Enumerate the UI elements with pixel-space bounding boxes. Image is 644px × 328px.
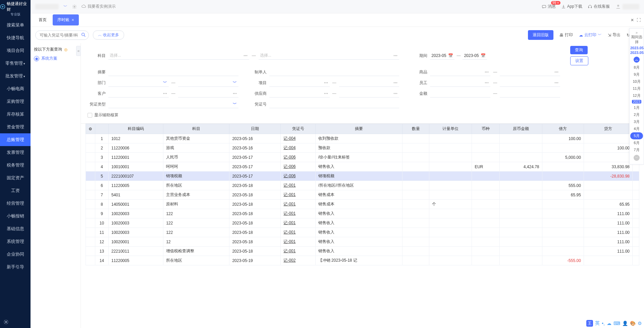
sidebar-item-0[interactable]: 搜索菜单 <box>0 19 31 31</box>
aux-accounting-checkbox[interactable]: 显示辅助核算 <box>88 112 637 118</box>
voucher-link[interactable]: 记-001 <box>283 202 296 206</box>
month-option[interactable]: 10月 <box>630 78 643 85</box>
sidebar-item-13[interactable]: 工资 <box>0 184 31 197</box>
table-row[interactable]: 410010001呵呵呵2023-05-17记-006销售收入EUR4,424.… <box>86 162 639 172</box>
voucher-link[interactable]: 记-001 <box>283 239 296 244</box>
voucher-link[interactable]: 记-006 <box>283 164 296 169</box>
query-button[interactable]: 查询 <box>570 46 588 54</box>
ime-wang-icon[interactable]: 王 <box>586 320 593 327</box>
voucher-link[interactable]: 记-001 <box>283 183 296 188</box>
voucher-link[interactable]: 记-002 <box>283 258 296 263</box>
sidebar-item-15[interactable]: 小畅报销 <box>0 210 31 222</box>
table-row[interactable]: 1322210011增值税检查调整2023-05-18记-001销售收入111.… <box>86 247 639 256</box>
month-option[interactable]: 5月 <box>630 132 643 139</box>
table-row[interactable]: 75401主营业务成本2023-05-18记-001销售成本65.95 <box>86 190 639 200</box>
back-old-button[interactable]: 退回旧版 <box>528 30 553 40</box>
service-button[interactable]: 在线客服 <box>588 4 610 9</box>
voucher-link[interactable]: 记-004 <box>283 136 296 141</box>
voucher-type-input[interactable]: ﹀ <box>108 100 238 108</box>
close-icon[interactable]: ✕ <box>71 18 74 22</box>
voucher-link[interactable]: 记-001 <box>283 230 296 235</box>
table-row[interactable]: 211220006游戏2023-05-16记-004预收款100.00 <box>86 143 639 153</box>
export-button[interactable]: ⇲导出 <box>608 32 621 38</box>
voucher-link[interactable]: 记-006 <box>283 174 296 178</box>
ime-lang-icon[interactable]: 英 <box>595 320 600 326</box>
voucher-link[interactable]: 记-001 <box>283 249 296 253</box>
tab-home[interactable]: 首页 <box>34 14 51 25</box>
table-row[interactable]: 814050001原材料2023-05-18记-001销售成本个65.95 <box>86 200 639 209</box>
voucher-link[interactable]: 记-006 <box>283 155 296 159</box>
messages-button[interactable]: 消息 <box>542 4 556 9</box>
ime-keyboard-icon[interactable]: ⌨ <box>613 321 620 326</box>
demo-link[interactable]: 我要看实例演示 <box>82 4 116 9</box>
table-row[interactable]: 1411220005所在地区2023-05-19记-002【冲销 2023-05… <box>86 256 639 265</box>
goods-to-input[interactable]: ⋯ <box>500 68 560 76</box>
dept-from-input[interactable]: ﹀ <box>108 79 169 87</box>
month-option[interactable]: 8月 <box>630 64 643 71</box>
month-option[interactable]: 4月 <box>630 125 643 132</box>
setting-button[interactable]: 设置 <box>570 56 588 65</box>
gear-icon[interactable] <box>72 4 77 9</box>
sidebar-item-18[interactable]: 企业协同 <box>0 248 31 261</box>
sidebar-item-11[interactable]: 税务管理 <box>0 159 31 172</box>
sidebar-item-2[interactable]: 项目合同 <box>0 44 31 57</box>
month-option[interactable]: 9月 <box>630 71 643 78</box>
month-option[interactable]: 12月 <box>630 92 643 99</box>
sidebar-item-9[interactable]: 总账管理 <box>0 133 31 146</box>
period-from-input[interactable]: 2023-05📅 <box>430 52 454 60</box>
voucher-no-input[interactable] <box>269 100 399 108</box>
chevron-down-icon[interactable]: ﹀ <box>63 4 67 9</box>
month-option[interactable]: 7月 <box>630 146 643 153</box>
fullscreen-icon[interactable]: ⛶ <box>637 18 641 22</box>
ime-skin-icon[interactable]: 🎨 <box>630 321 636 326</box>
sidebar-item-19[interactable]: 新手引导 <box>0 261 31 273</box>
sidebar-item-14[interactable]: 经营管理 <box>0 197 31 210</box>
search-icon[interactable] <box>81 32 86 38</box>
month-option[interactable]: 2月 <box>630 111 643 118</box>
scroll-down-icon[interactable]: ﹀ <box>634 155 640 161</box>
sidebar-item-17[interactable]: 系统管理 <box>0 235 31 248</box>
month-option[interactable]: 6月 <box>630 139 643 146</box>
collapse-more-button[interactable]: ︿ 收起更多 <box>93 30 124 40</box>
tab-journal[interactable]: 序时账✕ <box>53 14 79 25</box>
print-button[interactable]: 🖶打印 <box>559 32 573 38</box>
period-to-input[interactable]: 2023-05📅 <box>463 52 487 60</box>
supplier-to-input[interactable]: ⋯ <box>339 89 399 97</box>
scroll-up-icon[interactable]: ︽ <box>634 57 640 63</box>
expand-period-icon[interactable]: » <box>630 30 643 35</box>
ime-user-icon[interactable]: 👤 <box>622 321 628 326</box>
cloud-print-button[interactable]: ☁云打印﹀ <box>579 32 602 38</box>
ime-setting-icon[interactable]: ⚙ <box>638 321 642 326</box>
sidebar-item-8[interactable]: 资金管理 <box>0 121 31 133</box>
voucher-link[interactable]: 记-004 <box>283 145 296 150</box>
customer-to-input[interactable]: ⋯ <box>178 89 238 97</box>
table-row[interactable]: 11100200031222023-05-18记-001销售收入111.00 <box>86 228 639 237</box>
subject-to-input[interactable]: 选择...⋯ <box>259 52 399 60</box>
preparer-input[interactable] <box>269 68 399 76</box>
sidebar-item-10[interactable]: 发票管理 <box>0 146 31 159</box>
month-option[interactable]: 3月 <box>630 118 643 125</box>
amount-from-input[interactable] <box>430 89 490 97</box>
download-button[interactable]: App下载 <box>561 4 582 9</box>
sidebar-item-4[interactable]: 批发管理▾ <box>0 70 31 82</box>
subject-from-input[interactable]: 选择...⋯ <box>108 52 249 60</box>
sidebar-item-16[interactable]: 基础信息 <box>0 222 31 235</box>
close-tab-icon[interactable]: ✕ <box>631 18 634 22</box>
project-to-input[interactable]: ⋯ <box>339 79 399 87</box>
table-row[interactable]: 11012其他货币资金2023-05-16记-004收到预收款100.00 <box>86 134 639 143</box>
collapse-panel-handle[interactable]: « <box>76 46 81 56</box>
sidebar-item-3[interactable]: 零售管理▾ <box>0 57 31 70</box>
table-row[interactable]: 311220001人民币2023-05-17记-006/徐小量//往来标签5,0… <box>86 153 639 162</box>
dept-to-input[interactable]: ﹀ <box>178 79 238 87</box>
voucher-link[interactable]: 记-001 <box>283 220 296 225</box>
goods-from-input[interactable]: ⋯ <box>430 68 490 76</box>
sidebar-item-6[interactable]: 采购管理 <box>0 95 31 108</box>
table-row[interactable]: 1210020001122023-05-18记-001销售收入111.00 <box>86 237 639 247</box>
sidebar-item-5[interactable]: 小畅电商 <box>0 82 31 95</box>
table-row[interactable]: 611220005所在地区2023-05-18记-001/所在地区//所在地区5… <box>86 181 639 190</box>
ime-punct-icon[interactable]: •, <box>602 321 605 326</box>
employee-from-input[interactable]: ⋯ <box>430 79 490 87</box>
voucher-link[interactable]: 记-001 <box>283 211 296 216</box>
project-from-input[interactable]: ⋯ <box>269 79 330 87</box>
sidebar-item-1[interactable]: 快捷导航 <box>0 31 31 44</box>
